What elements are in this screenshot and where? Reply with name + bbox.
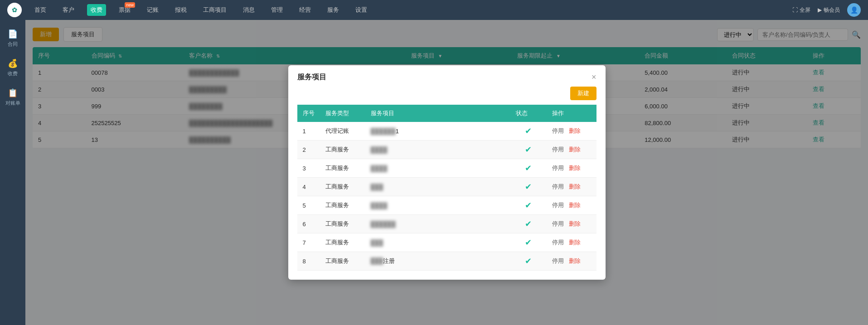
stop-button-6[interactable]: 停用 bbox=[552, 220, 564, 227]
status-check-icon-7: ✔ bbox=[525, 238, 532, 247]
modal-col-seq: 序号 bbox=[297, 105, 320, 122]
nav-customer[interactable]: 客户 bbox=[59, 4, 78, 16]
modal-new-button[interactable]: 新建 bbox=[570, 87, 596, 100]
sidebar-item-hetong[interactable]: 📄 合同 bbox=[0, 24, 25, 52]
modal-overlay: 服务项目 × 新建 序号 服务类型 服务项目 状态 操作 bbox=[25, 20, 868, 325]
modal-header: 服务项目 × bbox=[288, 65, 606, 82]
nav-right: ⛶ 全屏 ▶ 畅会员 👤 bbox=[792, 3, 861, 17]
status-check-icon-5: ✔ bbox=[525, 201, 532, 210]
delete-button-8[interactable]: 删除 bbox=[569, 257, 581, 264]
modal-table-row: 1 代理记账 ██████1 ✔ 停用 删除 bbox=[297, 122, 596, 141]
modal-table-row: 7 工商服务 ███ ✔ 停用 删除 bbox=[297, 233, 596, 252]
modal-table-row: 3 工商服务 ████ ✔ 停用 删除 bbox=[297, 159, 596, 178]
nav-shoufei[interactable]: 收费 bbox=[87, 4, 106, 16]
modal-col-type: 服务类型 bbox=[320, 105, 365, 122]
sidebar-item-shoufei[interactable]: 💰 收费 bbox=[0, 54, 25, 82]
app-logo: ✿ bbox=[7, 3, 22, 17]
delete-button-7[interactable]: 删除 bbox=[569, 239, 581, 246]
member-icon: ▶ bbox=[818, 7, 822, 13]
nav-jingying[interactable]: 经营 bbox=[296, 4, 315, 16]
status-check-icon-2: ✔ bbox=[525, 145, 532, 154]
nav-gongshang[interactable]: 工商项目 bbox=[199, 4, 230, 16]
nav-shezhi[interactable]: 设置 bbox=[352, 4, 371, 16]
modal-body: 序号 服务类型 服务项目 状态 操作 1 代理记账 ██████1 ✔ 停 bbox=[288, 105, 606, 280]
stop-button-7[interactable]: 停用 bbox=[552, 239, 564, 246]
nav-fuwu[interactable]: 服务 bbox=[324, 4, 343, 16]
modal-col-item: 服务项目 bbox=[365, 105, 510, 122]
modal-close-button[interactable]: × bbox=[592, 73, 596, 82]
delete-button-6[interactable]: 删除 bbox=[569, 220, 581, 227]
nav-xiaoxi[interactable]: 消息 bbox=[239, 4, 258, 16]
modal-table: 序号 服务类型 服务项目 状态 操作 1 代理记账 ██████1 ✔ 停 bbox=[297, 105, 596, 271]
sidebar-item-duizhangdan-label: 对账单 bbox=[5, 100, 20, 107]
status-check-icon-3: ✔ bbox=[525, 164, 532, 173]
delete-button-3[interactable]: 删除 bbox=[569, 165, 581, 171]
stop-button-2[interactable]: 停用 bbox=[552, 146, 564, 153]
stop-button-5[interactable]: 停用 bbox=[552, 202, 564, 209]
stop-button-3[interactable]: 停用 bbox=[552, 165, 564, 171]
delete-button-5[interactable]: 删除 bbox=[569, 202, 581, 209]
status-check-icon-8: ✔ bbox=[525, 257, 532, 266]
modal-table-row: 6 工商服务 ██████ ✔ 停用 删除 bbox=[297, 215, 596, 233]
service-items-modal: 服务项目 × 新建 序号 服务类型 服务项目 状态 操作 bbox=[288, 65, 606, 280]
status-check-icon-6: ✔ bbox=[525, 219, 532, 228]
new-badge: new bbox=[125, 2, 135, 8]
stop-button-4[interactable]: 停用 bbox=[552, 183, 564, 190]
left-sidebar: 📄 合同 💰 收费 📋 对账单 bbox=[0, 20, 25, 325]
delete-button-2[interactable]: 删除 bbox=[569, 146, 581, 153]
nav-baoshui[interactable]: 报税 bbox=[171, 4, 190, 16]
nav-jizhang[interactable]: 记账 bbox=[143, 4, 162, 16]
modal-col-ops: 操作 bbox=[547, 105, 596, 122]
delete-button-1[interactable]: 删除 bbox=[569, 127, 581, 134]
sidebar-item-shoufei-label: 收费 bbox=[8, 70, 18, 77]
delete-button-4[interactable]: 删除 bbox=[569, 183, 581, 190]
contract-icon: 📄 bbox=[8, 29, 18, 39]
modal-col-status: 状态 bbox=[510, 105, 547, 122]
nav-home[interactable]: 首页 bbox=[31, 4, 50, 16]
modal-table-row: 4 工商服务 ███ ✔ 停用 删除 bbox=[297, 178, 596, 196]
status-check-icon-1: ✔ bbox=[525, 126, 532, 136]
statement-icon: 📋 bbox=[8, 88, 18, 98]
nav-guanli[interactable]: 管理 bbox=[267, 4, 286, 16]
modal-toolbar: 新建 bbox=[288, 82, 606, 105]
stop-button-1[interactable]: 停用 bbox=[552, 127, 564, 134]
avatar[interactable]: 👤 bbox=[847, 3, 861, 17]
stop-button-8[interactable]: 停用 bbox=[552, 257, 564, 264]
modal-table-row: 2 工商服务 ████ ✔ 停用 删除 bbox=[297, 141, 596, 159]
modal-title: 服务项目 bbox=[297, 73, 326, 82]
top-nav: ✿ 首页 客户 收费 票据 new 记账 报税 工商项目 消息 管理 经营 服务… bbox=[0, 0, 868, 20]
fullscreen-icon: ⛶ bbox=[792, 7, 798, 13]
status-check-icon-4: ✔ bbox=[525, 182, 532, 191]
sidebar-item-hetong-label: 合同 bbox=[8, 41, 18, 48]
nav-piaojv[interactable]: 票据 new bbox=[115, 4, 134, 16]
modal-table-row: 8 工商服务 ███注册 ✔ 停用 删除 bbox=[297, 252, 596, 271]
fullscreen-button[interactable]: ⛶ 全屏 bbox=[792, 6, 810, 14]
fee-icon: 💰 bbox=[8, 58, 18, 68]
sidebar-item-duizhangdan[interactable]: 📋 对账单 bbox=[0, 83, 25, 111]
modal-table-row: 5 工商服务 ████ ✔ 停用 删除 bbox=[297, 196, 596, 215]
member-button[interactable]: ▶ 畅会员 bbox=[818, 6, 840, 14]
